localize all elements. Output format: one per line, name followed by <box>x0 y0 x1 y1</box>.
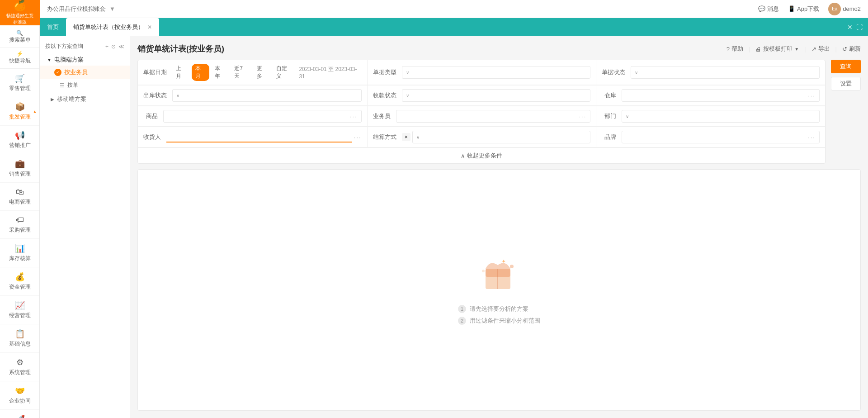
receipt-chevron: ∨ <box>406 93 409 98</box>
refresh-btn[interactable]: ↺ 刷新 <box>842 45 861 53</box>
receiver-cell: 收货人 ··· <box>138 127 367 147</box>
sidebar-item-marketing[interactable]: 📢 营销推广 <box>0 126 39 154</box>
scheme-by-salesperson[interactable]: ✓ 按业务员 <box>40 66 130 79</box>
brand-select[interactable]: ··· <box>622 131 820 143</box>
sidebar-item-finance[interactable]: 💰 资金管理 <box>0 267 39 296</box>
tabbar-actions: ✕ ⛶ <box>847 24 868 31</box>
sidebar-search[interactable]: 🔍 搜索菜单 <box>0 25 39 48</box>
topbar: 办公用品行业模拟账套 ▼ 💬 消息 📱 App下载 Ea demo2 <box>40 0 868 18</box>
settings-scheme-icon[interactable]: ⊙ <box>111 43 116 50</box>
mobile-scheme-arrow: ▶ <box>51 97 54 102</box>
warehouse-cell: 仓库 ··· <box>596 86 825 106</box>
payment-chevron: ∨ <box>416 135 420 140</box>
sidebar-item-basic[interactable]: 📋 基础信息 <box>0 324 39 353</box>
app-download-btn[interactable]: 📱 App下载 <box>788 5 819 13</box>
collapse-panel-icon[interactable]: ≪ <box>118 43 124 50</box>
svg-point-5 <box>482 270 485 272</box>
payment-control: × ∨ <box>402 131 591 143</box>
date-tab-last7[interactable]: 近7天 <box>231 64 251 81</box>
doc-status-label: 单据状态 <box>602 68 629 76</box>
tab-home[interactable]: 首页 <box>40 18 66 36</box>
date-tab-custom[interactable]: 自定义 <box>273 64 296 81</box>
salesperson-dots: ··· <box>579 113 586 120</box>
tab-home-label: 首页 <box>47 23 59 31</box>
delivery-chevron: ∨ <box>176 93 179 98</box>
doc-status-select[interactable]: ∨ <box>631 66 820 79</box>
date-tab-more[interactable]: 更多 <box>253 64 271 81</box>
doc-status-control: ∨ <box>631 66 820 79</box>
sidebar-item-operation[interactable]: 📈 经营管理 <box>0 296 39 324</box>
app-logo[interactable]: 🍊 畅捷通好生意 标准版 <box>0 0 40 25</box>
query-btn[interactable]: 查询 <box>831 60 861 73</box>
doc-status-cell: 单据状态 ∨ <box>596 60 825 85</box>
marketing-icon: 📢 <box>15 130 25 140</box>
tip-num-2: 2 <box>458 317 466 325</box>
doc-type-control: ∨ <box>402 66 591 79</box>
content-area: 按以下方案查询 + ⊙ ≪ ▼ 电脑端方案 ✓ 按业务员 ☰ 按单 <box>40 36 868 418</box>
sidebar-shortcut[interactable]: ⚡ 快捷导航 <box>0 48 39 69</box>
payment-tag-close[interactable]: × <box>405 134 408 140</box>
sidebar-item-sales[interactable]: 💼 销售管理 <box>0 154 39 183</box>
product-select[interactable]: ··· <box>163 110 362 123</box>
settings-btn[interactable]: 设置 <box>831 77 861 90</box>
delivery-label: 出库状态 <box>143 91 170 100</box>
avatar: Ea <box>828 3 841 15</box>
tab-close-icon[interactable]: ✕ <box>147 24 152 30</box>
breadcrumb-dropdown-icon[interactable]: ▼ <box>109 5 115 12</box>
date-tab-this-month[interactable]: 本月 <box>192 64 209 81</box>
ecommerce-icon: 🛍 <box>16 187 24 197</box>
dept-label: 部门 <box>602 112 620 120</box>
user-avatar-btn[interactable]: Ea demo2 <box>828 3 861 15</box>
salesperson-select[interactable]: ··· <box>396 110 591 123</box>
print-btn[interactable]: 🖨 按模板打印 ▼ <box>755 45 799 53</box>
logo-text: 畅捷通好生意 <box>6 13 33 19</box>
sidebar-item-system[interactable]: ⚙ 系统管理 <box>0 353 39 381</box>
date-tab-this-year[interactable]: 本年 <box>211 64 229 81</box>
mobile-scheme-toggle[interactable]: ▶ 移动端方案 <box>40 93 130 105</box>
sales-icon: 💼 <box>15 159 25 169</box>
sidebar-item-retail[interactable]: 🛒 零售管理 <box>0 69 39 97</box>
tab-close-all-icon[interactable]: ✕ <box>847 24 853 31</box>
payment-tag: × <box>402 133 410 141</box>
scheme-by-order[interactable]: ☰ 按单 <box>40 79 130 91</box>
add-scheme-icon[interactable]: + <box>105 43 108 50</box>
warehouse-select[interactable]: ··· <box>622 89 820 102</box>
message-btn[interactable]: 💬 消息 <box>758 5 779 13</box>
help-btn[interactable]: ? 帮助 <box>726 45 743 53</box>
empty-tip-1: 1 请先选择要分析的方案 <box>458 305 540 313</box>
payment-select[interactable]: ∨ <box>412 131 591 143</box>
tab-sales-stat[interactable]: 销货单统计表（按业务员） ✕ <box>66 18 159 36</box>
receiver-input[interactable] <box>166 132 352 142</box>
sidebar-item-purchase[interactable]: 🏷 采购管理 <box>0 211 39 239</box>
divider-1: | <box>749 46 750 52</box>
topbar-right: 💬 消息 📱 App下载 Ea demo2 <box>758 3 861 15</box>
tab-expand-icon[interactable]: ⛶ <box>856 24 863 31</box>
left-panel-header-icons: + ⊙ ≪ <box>105 43 124 50</box>
receipt-select[interactable]: ∨ <box>402 89 591 102</box>
dept-select[interactable]: ∨ <box>622 110 820 123</box>
doc-type-cell: 单据类型 ∨ <box>367 60 596 85</box>
doc-type-select[interactable]: ∨ <box>402 66 591 79</box>
date-tab-last-month[interactable]: 上月 <box>172 64 190 81</box>
pc-scheme-label: 电脑端方案 <box>54 56 84 64</box>
delivery-select[interactable]: ∨ <box>172 89 362 102</box>
export-btn[interactable]: ↗ 导出 <box>811 45 830 53</box>
filter-row-4: 收货人 ··· 结算方式 × <box>138 127 825 148</box>
brand-label: 品牌 <box>602 133 620 141</box>
sidebar-item-inventory[interactable]: 📊 库存核算 <box>0 239 39 267</box>
receipt-cell: 收款状态 ∨ <box>367 86 596 106</box>
print-icon: 🖨 <box>755 46 761 52</box>
sidebar-item-newbie[interactable]: 🚀 新手引导 <box>0 410 39 418</box>
tip-num-1: 1 <box>458 305 466 313</box>
sidebar-item-enterprise[interactable]: 🤝 企业协同 <box>0 381 39 410</box>
dept-chevron: ∨ <box>626 114 629 119</box>
enterprise-icon: 🤝 <box>15 386 25 396</box>
receiver-label: 收货人 <box>143 133 165 141</box>
pc-scheme-toggle[interactable]: ▼ 电脑端方案 <box>40 54 130 66</box>
empty-tip-2: 2 用过滤条件来缩小分析范围 <box>458 317 540 325</box>
by-order-icon: ☰ <box>60 82 65 89</box>
sidebar-item-wholesale[interactable]: 📦 批发管理 <box>0 97 39 126</box>
sidebar-item-ecommerce[interactable]: 🛍 电商管理 <box>0 183 39 211</box>
collapse-row[interactable]: ∧ 收起更多条件 <box>138 148 825 163</box>
inventory-icon: 📊 <box>15 243 25 253</box>
